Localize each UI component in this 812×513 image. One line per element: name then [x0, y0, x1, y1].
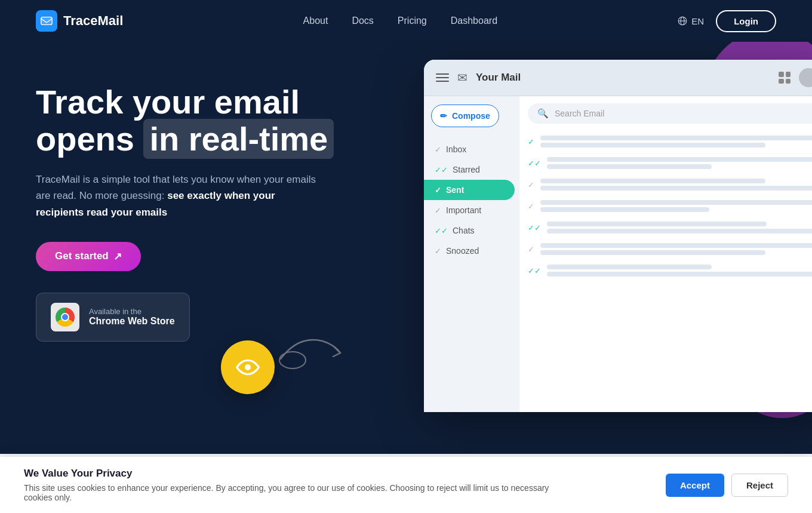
email-line	[547, 272, 812, 277]
nav-links: About Docs Pricing Dashboard	[303, 16, 497, 26]
email-line	[540, 136, 812, 140]
reject-cookies-button[interactable]: Reject	[731, 474, 788, 497]
email-row[interactable]: ✓	[528, 241, 812, 257]
double-check-icon: ✓✓	[435, 226, 448, 235]
login-button[interactable]: Login	[716, 10, 776, 32]
arrow-icon: ↗	[113, 250, 122, 263]
email-line	[540, 186, 812, 191]
search-placeholder: Search Email	[555, 109, 604, 118]
email-line	[540, 243, 812, 248]
your-mail-title: Your Mail	[476, 72, 521, 84]
arrow-decoration	[275, 323, 346, 382]
email-check: ✓✓	[528, 159, 541, 168]
chrome-icon	[56, 308, 75, 327]
email-check: ✓	[528, 245, 534, 254]
email-line	[540, 207, 709, 212]
globe-icon	[677, 16, 688, 26]
email-line	[547, 157, 812, 162]
sidebar-item-snoozed[interactable]: ✓ Snoozed	[424, 241, 515, 261]
search-bar[interactable]: 🔍 Search Email	[528, 103, 812, 124]
email-row[interactable]: ✓	[528, 176, 812, 193]
hamburger-icon[interactable]	[436, 73, 449, 82]
email-list: ✓ ✓✓ ✓	[528, 133, 812, 279]
chrome-icon-wrap	[51, 303, 79, 331]
chrome-web-store-badge[interactable]: Available in the Chrome Web Store	[36, 293, 190, 342]
email-row[interactable]: ✓✓	[528, 262, 812, 279]
email-line	[547, 222, 767, 226]
nav-right: EN Login	[677, 10, 776, 32]
svg-rect-0	[41, 17, 52, 25]
email-row[interactable]: ✓	[528, 133, 812, 150]
lang-label: EN	[691, 16, 704, 26]
cookie-banner: We Value Your Privacy This site uses coo…	[0, 457, 812, 513]
hero-title: Track your email opens in real-time	[36, 84, 358, 157]
email-line	[547, 229, 812, 234]
grid-view-icon[interactable]	[779, 72, 791, 84]
highlight-phrase: in real-time	[143, 119, 334, 159]
email-check: ✓	[528, 202, 534, 211]
email-row[interactable]: ✓✓	[528, 155, 812, 171]
navbar: TraceMail About Docs Pricing Dashboard E…	[0, 0, 812, 42]
check-icon: ✓	[435, 145, 441, 154]
sidebar-item-sent[interactable]: ✓ Sent	[424, 180, 515, 200]
double-check-icon: ✓✓	[435, 165, 448, 174]
sidebar-item-chats[interactable]: ✓✓ Chats	[424, 220, 515, 241]
logo-icon	[36, 10, 57, 32]
sidebar-item-inbox[interactable]: ✓ Inbox	[424, 139, 515, 159]
eye-badge	[221, 340, 275, 394]
mail-header-icon: ✉	[457, 70, 467, 85]
logo-text: TraceMail	[63, 13, 123, 29]
chrome-store-text: Chrome Web Store	[89, 316, 175, 327]
cookie-text-area: We Value Your Privacy This site uses coo…	[24, 468, 666, 502]
eye-icon	[236, 355, 260, 379]
accept-cookies-button[interactable]: Accept	[666, 474, 724, 497]
mockup-body: ✏ Compose ✓ Inbox ✓✓ Starred ✓ Sent ✓	[424, 96, 812, 412]
email-row[interactable]: ✓	[528, 198, 812, 214]
email-sidebar: ✏ Compose ✓ Inbox ✓✓ Starred ✓ Sent ✓	[424, 96, 519, 412]
language-button[interactable]: EN	[677, 16, 704, 26]
user-avatar[interactable]	[799, 68, 812, 87]
check-icon: ✓	[435, 186, 441, 195]
svg-point-5	[279, 352, 306, 368]
mockup-header: ✉ Your Mail	[424, 60, 812, 96]
sidebar-item-starred[interactable]: ✓✓ Starred	[424, 159, 515, 180]
logo[interactable]: TraceMail	[36, 10, 123, 32]
compose-button[interactable]: ✏ Compose	[431, 105, 499, 127]
hero-left: Track your email opens in real-time Trac…	[36, 66, 358, 342]
email-check: ✓✓	[528, 223, 541, 232]
email-line	[540, 200, 812, 205]
hero-description: TraceMail is a simple tool that lets you…	[36, 171, 322, 220]
mail-mockup: ✉ Your Mail ✏ Compose	[424, 60, 812, 412]
nav-item-docs[interactable]: Docs	[352, 16, 373, 26]
email-line	[540, 143, 765, 148]
nav-item-pricing[interactable]: Pricing	[398, 16, 427, 26]
email-line	[547, 265, 712, 269]
svg-point-4	[245, 364, 251, 370]
email-line	[547, 164, 712, 169]
email-line	[540, 179, 765, 183]
pencil-icon: ✏	[440, 111, 447, 121]
cookie-actions: Accept Reject	[666, 474, 788, 497]
nav-item-about[interactable]: About	[303, 16, 328, 26]
email-check: ✓	[528, 137, 534, 146]
email-row[interactable]: ✓✓	[528, 219, 812, 236]
email-line	[540, 250, 765, 255]
hero-section: Track your email opens in real-time Trac…	[0, 42, 812, 454]
cookie-title: We Value Your Privacy	[24, 468, 666, 480]
email-main-area: 🔍 Search Email ✓ ✓✓	[519, 96, 812, 412]
check-icon: ✓	[435, 247, 441, 256]
chrome-text: Available in the Chrome Web Store	[89, 307, 175, 327]
get-started-button[interactable]: Get started ↗	[36, 242, 141, 271]
cookie-description: This site uses cookies to enhance your e…	[24, 483, 561, 502]
chrome-available-text: Available in the	[89, 307, 175, 316]
sidebar-item-important[interactable]: ✓ Important	[424, 200, 515, 220]
email-check: ✓	[528, 180, 534, 189]
search-icon: 🔍	[537, 108, 549, 119]
check-icon: ✓	[435, 206, 441, 215]
email-check: ✓✓	[528, 266, 541, 275]
nav-item-dashboard[interactable]: Dashboard	[451, 16, 497, 26]
